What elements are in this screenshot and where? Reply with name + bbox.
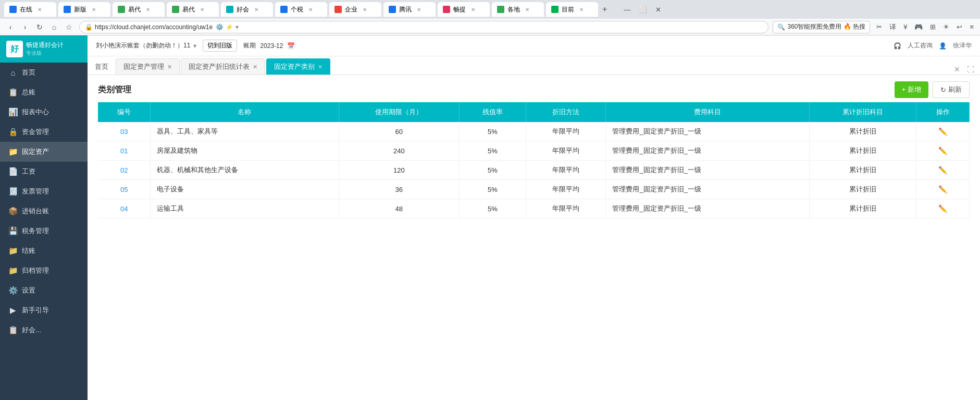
tab-close-tax[interactable]: ✕ <box>308 7 313 13</box>
nav-buttons: ‹ › ↻ ⌂ ☆ <box>4 21 75 33</box>
cell-residual-1: 5% <box>460 141 526 161</box>
sidebar-item-checkout[interactable]: 📁 结账 <box>0 241 88 261</box>
tab-close-changtui[interactable]: ✕ <box>471 7 475 13</box>
sidebar-item-report[interactable]: 📊 报表中心 <box>0 102 88 122</box>
tab-close-yidai2[interactable]: ✕ <box>200 7 204 13</box>
page-tab-bar: 首页 固定资产管理 ✕ 固定资产折旧统计表 ✕ 固定资产类别 ✕ ✕ ⛶ <box>88 56 980 75</box>
scissors-icon[interactable]: ✂ <box>874 22 884 32</box>
url-bar[interactable]: 🔒 https://cloud.chanjet.com/accounting/u… <box>79 21 768 33</box>
menu-icon[interactable]: ≡ <box>967 22 976 32</box>
edit-button-0[interactable]: ✏️ <box>938 127 947 136</box>
bookmark-button[interactable]: ☆ <box>63 21 75 33</box>
user-dropdown-icon[interactable]: ▾ <box>193 42 196 50</box>
sidebar-item-archive[interactable]: 📁 归档管理 <box>0 261 88 281</box>
sidebar-item-purchase-sale[interactable]: 📦 进销台账 <box>0 201 88 221</box>
tab-close-current[interactable]: ✕ <box>579 7 584 13</box>
tab-close-yidai1[interactable]: ✕ <box>146 7 150 13</box>
game-icon[interactable]: 🎮 <box>912 22 925 32</box>
back-button[interactable]: ‹ <box>4 21 17 33</box>
sidebar-item-payroll[interactable]: 📄 工资 <box>0 162 88 181</box>
tab-close-asset-category[interactable]: ✕ <box>318 64 322 70</box>
sidebar-item-home[interactable]: ⌂ 首页 <box>0 63 88 82</box>
tab-close-haohui[interactable]: ✕ <box>254 7 258 13</box>
cell-months-2: 120 <box>339 161 460 180</box>
cell-method-1: 年限平均 <box>526 141 606 161</box>
browser-tab-current[interactable]: 目前 ✕ <box>546 2 598 17</box>
tab-close-enterprise[interactable]: ✕ <box>363 7 367 13</box>
sidebar-item-fixed-asset[interactable]: 📁 固定资产 <box>0 142 88 162</box>
sidebar-item-tax[interactable]: 💾 税务管理 <box>0 221 88 241</box>
tab-asset-category[interactable]: 固定资产类别 ✕ <box>266 58 330 75</box>
browser-tab-tencent[interactable]: 腾讯 ✕ <box>383 2 436 17</box>
tab-close-fixed-asset-manage[interactable]: ✕ <box>167 64 172 70</box>
sidebar-item-settings[interactable]: ⚙️ 设置 <box>0 281 88 300</box>
browser-tab-new[interactable]: 新版 ✕ <box>58 2 110 17</box>
sidebar-item-more[interactable]: 📋 好会... <box>0 320 88 340</box>
cell-code-0[interactable]: 03 <box>98 122 151 141</box>
restore-button[interactable]: ⬜ <box>636 5 650 15</box>
service-label[interactable]: 人工咨询 <box>908 41 933 50</box>
forward-button[interactable]: › <box>19 21 31 33</box>
refresh-button[interactable]: ↻ <box>33 21 46 33</box>
sidebar-item-label: 进销台账 <box>22 207 49 216</box>
tab-close-tencent[interactable]: ✕ <box>417 7 421 13</box>
panel-close-icon[interactable]: ✕ <box>952 64 962 75</box>
tab-close-online[interactable]: ✕ <box>38 7 42 13</box>
main-content: 类别管理 + 新增 ↻ 刷新 编号 名称 使用期限（月） <box>88 75 980 400</box>
sidebar-item-fund[interactable]: 🔒 资金管理 <box>0 122 88 142</box>
tab-icon-tax <box>280 6 288 13</box>
sidebar-item-invoice[interactable]: 🧾 发票管理 <box>0 181 88 201</box>
browser-tab-haohui[interactable]: 好会 ✕ <box>221 2 273 17</box>
grid-icon[interactable]: ⊞ <box>928 22 938 32</box>
sidebar-item-guide[interactable]: ▶ 新手引导 <box>0 300 88 320</box>
sun-icon[interactable]: ☀ <box>941 22 951 32</box>
content-actions: + 新增 ↻ 刷新 <box>895 81 970 98</box>
search-bar[interactable]: 🔍 360智能抠图免费用 🔥 热搜 <box>773 21 870 33</box>
cell-name-0: 器具、工具、家具等 <box>151 122 339 141</box>
browser-tab-gedi[interactable]: 各地 ✕ <box>492 2 544 17</box>
translate-icon[interactable]: 译 <box>887 21 898 33</box>
home-button[interactable]: ⌂ <box>48 21 60 33</box>
tab-home[interactable]: 首页 <box>88 59 116 75</box>
browser-tab-enterprise[interactable]: 企业 ✕ <box>329 2 381 17</box>
cell-code-2[interactable]: 02 <box>98 161 151 180</box>
tab-close-depreciation-table[interactable]: ✕ <box>253 64 257 70</box>
sidebar-item-label: 归档管理 <box>22 266 49 275</box>
add-button[interactable]: + 新增 <box>895 81 928 98</box>
refresh-btn[interactable]: ↻ 刷新 <box>933 81 970 98</box>
cell-code-4[interactable]: 04 <box>98 199 151 219</box>
edit-button-3[interactable]: ✏️ <box>938 185 947 193</box>
browser-tab-yidai2[interactable]: 易代 ✕ <box>167 2 219 17</box>
sidebar: 好 畅捷通好会计 专业版 ⌂ 首页 📋 总账 📊 报表中心 🔒 资金管理 📁 固… <box>0 35 88 400</box>
undo-icon[interactable]: ↩ <box>954 22 964 32</box>
sidebar-item-label: 税务管理 <box>22 226 49 236</box>
calendar-icon[interactable]: 📅 <box>287 42 295 50</box>
user-avatar-icon: 👤 <box>939 42 947 50</box>
sidebar-item-ledger[interactable]: 📋 总账 <box>0 82 88 102</box>
browser-tab-yidai1[interactable]: 易代 ✕ <box>113 2 165 17</box>
edit-button-1[interactable]: ✏️ <box>938 147 947 155</box>
browser-tab-online[interactable]: 在线 ✕ <box>4 2 56 17</box>
sidebar-item-label: 资金管理 <box>22 127 49 137</box>
tab-depreciation-table[interactable]: 固定资产折旧统计表 ✕ <box>181 58 265 75</box>
browser-tab-tax[interactable]: 个税 ✕ <box>275 2 327 17</box>
new-tab-button[interactable]: + <box>602 5 607 14</box>
search-icon: 🔍 <box>777 23 785 31</box>
tab-label: 固定资产管理 <box>123 62 164 71</box>
switch-version-button[interactable]: 切到旧版 <box>203 40 237 52</box>
cell-code-3[interactable]: 05 <box>98 180 151 199</box>
edit-button-2[interactable]: ✏️ <box>938 166 947 174</box>
close-browser-button[interactable]: ✕ <box>652 5 664 15</box>
panel-maximize-icon[interactable]: ⛶ <box>965 64 976 75</box>
minimize-button[interactable]: — <box>621 5 634 15</box>
cell-accumulated-3: 累计折旧 <box>809 180 916 199</box>
tab-fixed-asset-manage[interactable]: 固定资产管理 ✕ <box>116 58 180 75</box>
browser-tab-changtui[interactable]: 畅提 ✕ <box>438 2 490 17</box>
cell-code-1[interactable]: 01 <box>98 141 151 161</box>
cell-method-0: 年限平均 <box>526 122 606 141</box>
edit-button-4[interactable]: ✏️ <box>938 204 947 213</box>
tab-close-gedi[interactable]: ✕ <box>525 7 529 13</box>
header-right: 🎧 人工咨询 👤 徐泽华 <box>894 41 972 50</box>
tab-close-new[interactable]: ✕ <box>92 7 96 13</box>
wallet-icon[interactable]: ¥ <box>901 22 909 32</box>
